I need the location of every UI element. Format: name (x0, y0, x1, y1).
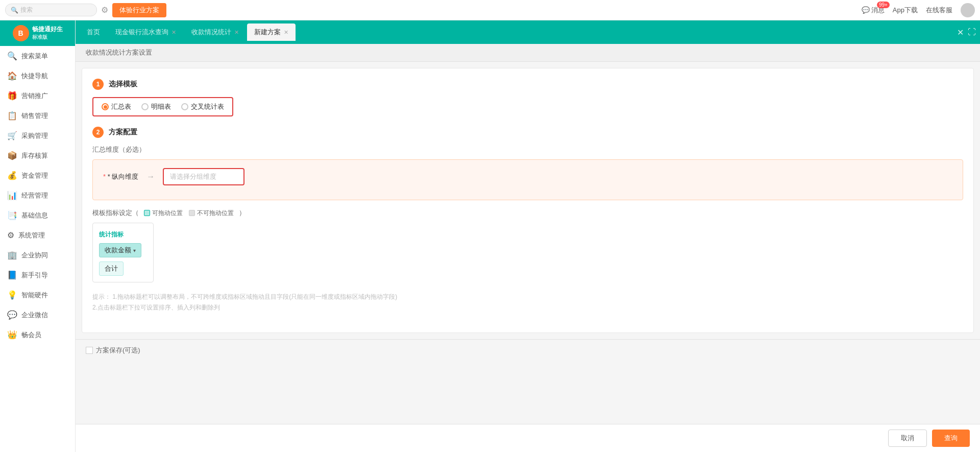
radio-detail[interactable]: 明细表 (141, 102, 171, 111)
stats-tag-row: 收款金额 ▾ (99, 243, 147, 259)
sidebar-item-label: 系统管理 (18, 231, 45, 240)
member-icon: 👑 (7, 330, 17, 340)
sidebar-item-member[interactable]: 👑 畅会员 (0, 325, 75, 345)
vertical-dimension-row: * * 纵向维度 → 请选择分组维度 (103, 168, 952, 185)
sidebar-item-label: 库存核算 (21, 151, 48, 160)
search-bar[interactable]: 🔍 搜索 (5, 4, 97, 16)
sidebar-item-marketing[interactable]: 🎁 营销推广 (0, 86, 75, 106)
indicators-header: 模板指标设定（ 可拖动位置 不可拖动位置 ） (92, 208, 963, 218)
message-area[interactable]: 💬 消息 99+ (862, 6, 885, 15)
sidebar-item-purchase[interactable]: 🛒 采购管理 (0, 126, 75, 146)
sidebar-item-wechat[interactable]: 💬 企业微信 (0, 305, 75, 325)
message-icon: 💬 (862, 6, 870, 14)
tab-cashflow-label: 现金银行流水查询 (115, 28, 168, 37)
service-label[interactable]: 在线客服 (926, 6, 952, 15)
logo-sub: 标准版 (32, 34, 63, 41)
logo-icon: B (13, 25, 29, 41)
sidebar-item-label: 营销推广 (21, 91, 48, 101)
tab-home[interactable]: 首页 (80, 23, 107, 41)
step2-number: 2 (92, 127, 104, 138)
sidebar-item-label: 智能硬件 (21, 291, 48, 300)
sidebar-item-label: 快捷导航 (21, 72, 48, 81)
tab-expand-icon[interactable]: ⛶ (968, 28, 976, 37)
search-menu-icon: 🔍 (7, 51, 17, 61)
tab-collection[interactable]: 收款情况统计 ✕ (184, 23, 246, 41)
save-plan-label: 方案保存(可选) (96, 346, 140, 355)
guide-icon: 📘 (7, 270, 17, 280)
sidebar-item-guide[interactable]: 📘 新手引导 (0, 265, 75, 285)
radio-detail-label: 明细表 (151, 102, 171, 111)
vertical-dim-select[interactable]: 请选择分组维度 (163, 168, 244, 185)
hint-2: 2.点击标题栏下拉可设置排序、插入列和删除列 (92, 303, 963, 312)
sidebar-logo: B 畅捷通好生 标准版 (0, 20, 75, 46)
sidebar-item-system[interactable]: ⚙ 系统管理 (0, 225, 75, 245)
collab-icon: 🏢 (7, 250, 17, 260)
stats-table: 统计指标 收款金额 ▾ 合计 (92, 223, 154, 282)
sidebar-item-search[interactable]: 🔍 搜索菜单 (0, 46, 75, 66)
system-icon: ⚙ (7, 230, 14, 240)
sidebar-item-collab[interactable]: 🏢 企业协同 (0, 245, 75, 265)
purchase-icon: 🛒 (7, 131, 17, 140)
hint-area: 提示： 1.拖动标题栏可以调整布局，不可跨维度或指标区域拖动且目字段(只能在同一… (92, 293, 963, 312)
tab-new-plan[interactable]: 新建方案 ✕ (247, 23, 296, 41)
message-badge: 99+ (877, 2, 890, 8)
step1-section: 1 选择模板 汇总表 明细表 (92, 79, 963, 116)
arrow-icon: → (146, 172, 155, 181)
draggable-label: 可拖动位置 (152, 209, 183, 218)
tab-cashflow[interactable]: 现金银行流水查询 ✕ (108, 23, 183, 41)
main-content: 首页 现金银行流水查询 ✕ 收款情况统计 ✕ 新建方案 ✕ ✕ ⛶ (76, 20, 980, 452)
download-label[interactable]: App下载 (893, 6, 918, 15)
trial-button[interactable]: 体验行业方案 (112, 3, 166, 17)
content-area: 收款情况统计方案设置 1 选择模板 汇总表 (76, 44, 980, 424)
sidebar-item-management[interactable]: 📊 经营管理 (0, 185, 75, 205)
sidebar-item-label: 采购管理 (21, 131, 48, 140)
hint-1: 提示： 1.拖动标题栏可以调整布局，不可跨维度或指标区域拖动且目字段(只能在同一… (92, 293, 963, 301)
sidebar-item-inventory[interactable]: 📦 库存核算 (0, 146, 75, 165)
sidebar-item-nav[interactable]: 🏠 快捷导航 (0, 66, 75, 86)
tab-new-plan-close[interactable]: ✕ (284, 29, 288, 36)
sidebar-item-finance[interactable]: 💰 资金管理 (0, 165, 75, 185)
legend-draggable: 可拖动位置 (144, 209, 183, 218)
hardware-icon: 💡 (7, 290, 17, 300)
query-button[interactable]: 查询 (932, 430, 970, 447)
radio-cross[interactable]: 交叉统计表 (181, 102, 224, 111)
top-bar: 🔍 搜索 ⚙ 体验行业方案 💬 消息 99+ App下载 在线客服 (0, 0, 980, 20)
tab-collection-close[interactable]: ✕ (234, 29, 239, 36)
sidebar-item-basic[interactable]: 📑 基础信息 (0, 205, 75, 225)
step2-header: 2 方案配置 (92, 127, 963, 138)
cancel-button[interactable]: 取消 (888, 430, 927, 447)
radio-cross-circle (181, 103, 188, 110)
inventory-icon: 📦 (7, 151, 17, 160)
user-avatar[interactable] (961, 3, 975, 17)
tab-bar-actions: ✕ ⛶ (957, 28, 976, 37)
sidebar-item-hardware[interactable]: 💡 智能硬件 (0, 285, 75, 305)
sidebar-item-sales[interactable]: 📋 销售管理 (0, 106, 75, 126)
logo-text: 畅捷通好生 (32, 26, 63, 34)
save-plan-checkbox[interactable]: 方案保存(可选) (86, 346, 140, 355)
indicator-legend: 可拖动位置 不可拖动位置 (144, 209, 234, 218)
template-radio-group: 汇总表 明细表 交叉统计表 (92, 97, 233, 116)
non-draggable-label: 不可拖动位置 (197, 209, 234, 218)
search-icon: 🔍 (11, 7, 18, 14)
tab-close-all-icon[interactable]: ✕ (957, 28, 964, 37)
sidebar-item-label: 企业协同 (21, 251, 48, 260)
step2-title: 方案配置 (109, 128, 137, 137)
stats-subtag-total: 合计 (99, 261, 124, 276)
top-bar-right: 💬 消息 99+ App下载 在线客服 (862, 3, 975, 17)
tab-cashflow-close[interactable]: ✕ (172, 29, 176, 36)
non-draggable-dot (189, 210, 195, 216)
tab-bar: 首页 现金银行流水查询 ✕ 收款情况统计 ✕ 新建方案 ✕ ✕ ⛶ (76, 20, 980, 44)
sidebar-item-label: 畅会员 (21, 330, 41, 340)
management-icon: 📊 (7, 191, 17, 200)
wechat-icon: 💬 (7, 310, 17, 320)
dimension-section-label: 汇总维度（必选） (92, 145, 963, 154)
settings-icon[interactable]: ⚙ (101, 5, 108, 15)
stats-subtag-label: 合计 (105, 264, 118, 273)
save-plan-box[interactable] (86, 347, 93, 354)
stats-tag-payment[interactable]: 收款金额 ▾ (99, 243, 141, 257)
gift-icon: 🎁 (7, 91, 17, 101)
sales-icon: 📋 (7, 111, 17, 121)
radio-summary[interactable]: 汇总表 (102, 102, 131, 111)
home-icon: 🏠 (7, 71, 17, 81)
step1-number: 1 (92, 79, 104, 90)
